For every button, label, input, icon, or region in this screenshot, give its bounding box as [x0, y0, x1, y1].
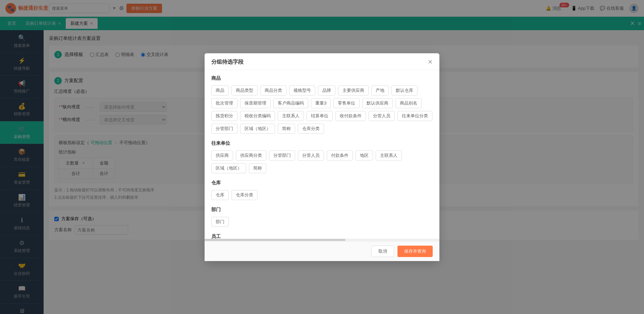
field-warehouse-cat[interactable]: 仓库分类	[298, 124, 324, 134]
field-batch-mgmt[interactable]: 批次管理	[211, 98, 237, 108]
modal-footer: 取消 保存并查询	[205, 241, 439, 261]
field-short-name-2[interactable]: 简称	[249, 163, 266, 173]
field-tax-code[interactable]: 税收分类编码	[240, 111, 275, 121]
field-region-product[interactable]: 区域（地区）	[240, 124, 275, 134]
field-supplier-category[interactable]: 供应商分类	[236, 150, 266, 161]
section-contacts-title: 往来单位	[211, 140, 433, 146]
field-supplier[interactable]: 供应商	[211, 150, 233, 161]
field-pick-points[interactable]: 拣货积分	[211, 111, 237, 121]
section-contacts-fields: 供应商 供应商分类 分管部门 分管人员 付款条件 地区 主联系人 区域（地区） …	[211, 150, 433, 173]
section-warehouse-title: 仓库	[211, 180, 433, 186]
field-select-modal: 分组待选字段 ✕ 商品 商品 商品类型 商品分类 规格型号 品牌 主要供应商 产…	[205, 53, 439, 261]
field-region-contacts[interactable]: 区域（地区）	[211, 163, 246, 173]
section-product-title: 商品	[211, 75, 433, 81]
section-employee-title: 员工	[211, 234, 433, 239]
field-product[interactable]: 商品	[211, 85, 229, 96]
field-weight[interactable]: 重量3	[311, 98, 331, 108]
field-product-category[interactable]: 商品分类	[260, 85, 286, 96]
field-dept-mgmt-2[interactable]: 分管部门	[269, 150, 295, 161]
section-dept-title: 部门	[211, 207, 433, 213]
field-main-contact-2[interactable]: 主联系人	[376, 150, 402, 161]
modal-title: 分组待选字段	[211, 59, 244, 66]
modal-h-scrollbar-thumb	[205, 239, 345, 241]
field-default-supplier[interactable]: 默认供应商	[362, 98, 393, 108]
field-region[interactable]: 地区	[356, 150, 373, 161]
modal-close-button[interactable]: ✕	[428, 59, 433, 65]
confirm-button[interactable]: 保存并查询	[397, 246, 433, 257]
field-department[interactable]: 部门	[211, 217, 229, 227]
modal-overlay: 分组待选字段 ✕ 商品 商品 商品类型 商品分类 规格型号 品牌 主要供应商 产…	[0, 0, 644, 314]
field-brand[interactable]: 品牌	[318, 85, 335, 96]
section-contacts: 往来单位 供应商 供应商分类 分管部门 分管人员 付款条件 地区 主联系人 区域…	[211, 140, 433, 173]
field-customer-code[interactable]: 客户商品编码	[273, 98, 308, 108]
field-main-contact[interactable]: 主联系人	[278, 111, 304, 121]
field-retail-unit[interactable]: 零售单位	[333, 98, 360, 108]
section-warehouse-fields: 仓库 仓库分类	[211, 190, 433, 200]
field-shelf-life[interactable]: 保质期管理	[240, 98, 271, 108]
modal-body[interactable]: 商品 商品 商品类型 商品分类 规格型号 品牌 主要供应商 产地 默认仓库 批次…	[205, 70, 439, 239]
field-settlement-unit[interactable]: 结算单位	[307, 111, 333, 121]
field-dept-mgmt[interactable]: 分管部门	[211, 124, 237, 134]
field-short-name[interactable]: 简称	[278, 124, 295, 134]
field-responsible-person[interactable]: 分管人员	[369, 111, 395, 121]
section-dept-fields: 部门	[211, 217, 433, 227]
field-warehouse[interactable]: 仓库	[211, 190, 229, 200]
field-spec-model[interactable]: 规格型号	[289, 85, 315, 96]
section-employee: 员工 业务员	[211, 234, 433, 239]
section-product-fields: 商品 商品类型 商品分类 规格型号 品牌 主要供应商 产地 默认仓库 批次管理 …	[211, 85, 433, 134]
field-person-mgmt[interactable]: 分管人员	[298, 150, 324, 161]
cancel-button[interactable]: 取消	[371, 246, 394, 257]
modal-header: 分组待选字段 ✕	[205, 53, 439, 70]
section-dept: 部门 部门	[211, 207, 433, 227]
field-default-warehouse[interactable]: 默认仓库	[391, 85, 418, 96]
field-warehouse-category[interactable]: 仓库分类	[231, 190, 258, 200]
field-origin[interactable]: 产地	[371, 85, 389, 96]
section-product: 商品 商品 商品类型 商品分类 规格型号 品牌 主要供应商 产地 默认仓库 批次…	[211, 75, 433, 134]
field-payment-terms[interactable]: 收付款条件	[335, 111, 366, 121]
section-warehouse: 仓库 仓库 仓库分类	[211, 180, 433, 200]
field-payment-cond[interactable]: 付款条件	[327, 150, 353, 161]
field-unit-category[interactable]: 往来单位分类	[397, 111, 432, 121]
modal-h-scrollbar[interactable]	[205, 239, 439, 241]
field-product-type[interactable]: 商品类型	[231, 85, 258, 96]
field-main-supplier[interactable]: 主要供应商	[338, 85, 369, 96]
field-product-alias[interactable]: 商品别名	[395, 98, 422, 108]
